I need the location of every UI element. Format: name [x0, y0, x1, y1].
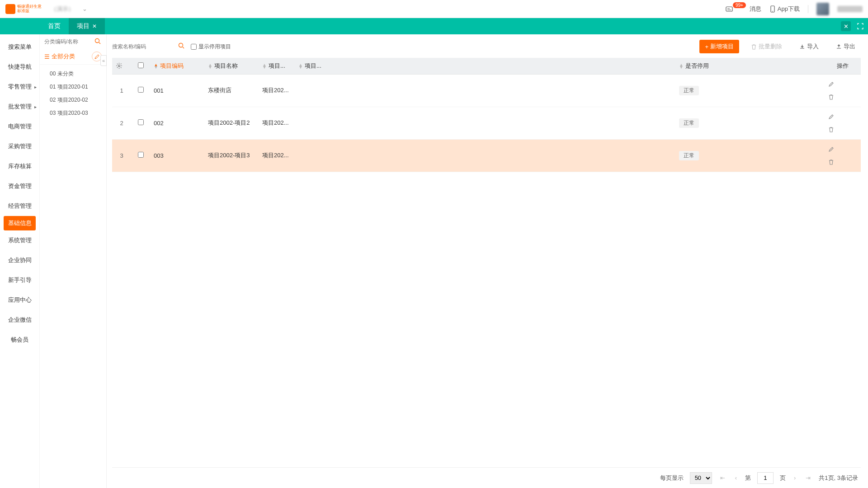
tab-home[interactable]: 首页 — [40, 18, 69, 34]
org-name[interactable]: （演示） — [51, 5, 74, 13]
message-badge: 99+ — [733, 2, 746, 8]
tab-project-label: 项目 — [77, 22, 90, 30]
avatar[interactable] — [816, 3, 829, 15]
svg-point-2 — [772, 11, 773, 12]
tab-home-label: 首页 — [48, 22, 61, 30]
close-all-tabs-button[interactable]: ✕ — [841, 21, 851, 31]
topbar: 畅捷通好生意 标准版 （演示） ⌄ 99+ 消息 App下载 — [0, 0, 868, 18]
brand-text: 畅捷通好生意 标准版 — [17, 5, 42, 14]
fullscreen-button[interactable] — [855, 21, 865, 31]
username[interactable] — [837, 6, 863, 12]
brand-edition: 标准版 — [17, 9, 42, 14]
divider — [808, 5, 808, 13]
tabstrip: 首页 项目 ✕ ✕ — [0, 18, 868, 34]
topbar-right: 99+ 消息 App下载 — [726, 3, 863, 15]
brand-logo: 畅捷通好生意 标准版 — [5, 4, 45, 14]
logo-icon — [5, 4, 15, 14]
app-download-button[interactable]: App下载 — [769, 5, 800, 13]
tab-project[interactable]: 项目 ✕ — [69, 18, 105, 34]
messages-button[interactable]: 99+ 消息 — [726, 5, 761, 13]
message-icon — [726, 5, 733, 13]
org-chevron-down-icon[interactable]: ⌄ — [82, 5, 87, 12]
tab-close-icon[interactable]: ✕ — [92, 23, 97, 29]
download-label: App下载 — [778, 5, 800, 13]
message-label: 消息 — [750, 5, 761, 13]
svg-rect-0 — [726, 7, 732, 11]
phone-icon — [769, 5, 776, 13]
